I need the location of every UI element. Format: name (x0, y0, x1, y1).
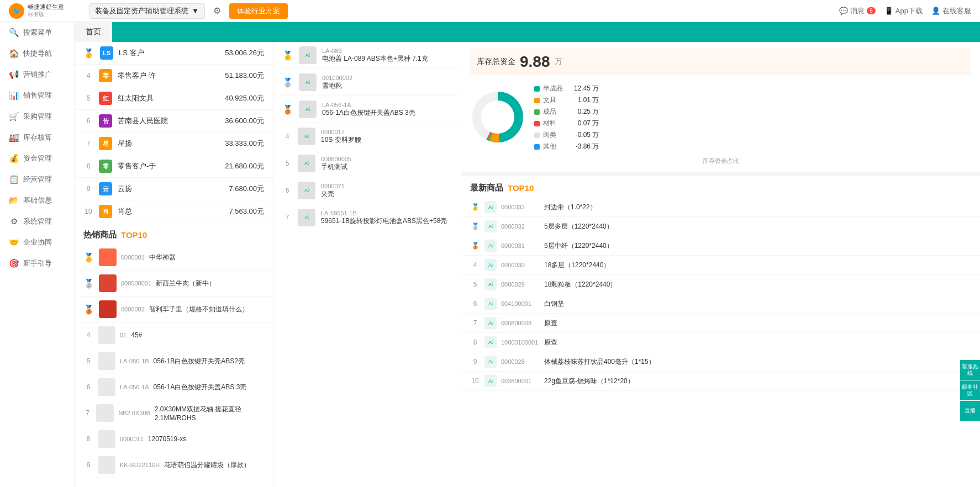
sidebar-item-collab[interactable]: 🤝 企业协同 (0, 232, 74, 253)
rank-number: 10 (83, 208, 93, 215)
sidebar-item-inventory[interactable]: 🏭 库存核算 (0, 127, 74, 148)
list-item: 🥇 0000001 中华神器 (75, 245, 273, 271)
product-code: 000500001 (121, 280, 151, 287)
new-products-title: 最新商品 TOP10 (461, 176, 980, 198)
collab-icon: 🤝 (9, 237, 19, 247)
table-row: 6 苦 苦南县人民医院 36,600.00元 (75, 110, 273, 133)
product-name: 12070519-xs (148, 435, 186, 443)
product-thumbnail: Ai (299, 100, 317, 118)
sidebar-label-guide: 新手引导 (23, 258, 52, 268)
rank-number: 10 (470, 377, 480, 385)
sidebar-item-nav[interactable]: 🏠 快捷导航 (0, 43, 74, 64)
avatar: 红 (99, 92, 112, 105)
customer-amount: 7,680.00元 (229, 184, 264, 194)
avatar: 零 (99, 160, 112, 173)
sidebar-item-search[interactable]: 🔍 搜索菜单 (0, 22, 74, 43)
rank-number: 8 (470, 338, 480, 346)
list-item: 7 NB2.0X30B 2.0X30MM双搓花轴.搓花直径2.1MM/ROHS (75, 400, 273, 426)
product-code: 0000011 (120, 436, 144, 442)
product-thumbnail (98, 326, 115, 344)
rank-number: 8 (83, 162, 93, 170)
legend-dot (534, 109, 540, 115)
customer-list-scroll[interactable]: 🥇 LS LS 客户 53,006.26元 4 零 零售客户-许 51,183.… (75, 42, 273, 487)
avatar: 苦 (99, 114, 112, 128)
product-code: LA-056-1A (322, 102, 452, 108)
sidebar-item-sales[interactable]: 📊 销售管理 (0, 85, 74, 106)
top-products-scroll[interactable]: 🥇 Ai LA-089 电池盖 LA-089 ABS本色+黑种 7.1克 🥈 A… (273, 42, 461, 487)
legend-dot (534, 86, 540, 92)
product-thumbnail: Ai (484, 201, 497, 213)
list-item: 🥈 000500001 新西兰牛肉（新牛） (75, 271, 273, 297)
sidebar-label-marketing: 营销推广 (23, 70, 52, 80)
product-thumbnail: Ai (484, 278, 497, 290)
sidebar-item-marketing[interactable]: 📢 营销推广 (0, 64, 74, 85)
inventory-card: 库存总资金 9.88 万 (461, 42, 980, 172)
basic-info-icon: 📂 (9, 195, 19, 205)
product-thumbnail: Ai (484, 375, 497, 387)
system-selector[interactable]: 装备及固定资产辅助管理系统 ▼ (89, 3, 205, 19)
rank-number: 7 (83, 140, 93, 147)
rank-number: 5 (282, 160, 292, 167)
sidebar-label-collab: 企业协同 (23, 237, 52, 247)
product-code: 003800001 (501, 378, 540, 384)
product-thumbnail: Ai (484, 240, 497, 252)
customer-service-button[interactable]: 客服热线 (960, 360, 980, 380)
sidebar-label-basic: 基础信息 (23, 195, 52, 205)
sidebar-item-purchase[interactable]: 🛒 采购管理 (0, 106, 74, 127)
sidebar-item-operations[interactable]: 📋 经营管理 (0, 169, 74, 190)
avatar: 云 (99, 182, 112, 195)
logo-badge: 标准版 (28, 10, 64, 18)
product-name: 原查 (544, 319, 557, 328)
table-row: 🥇 LS LS 客户 53,006.26元 (75, 42, 273, 65)
customer-name: 红太阳文具 (118, 93, 219, 103)
avatar: 星 (99, 137, 112, 150)
rank-number: 6 (470, 300, 480, 308)
live-button[interactable]: 直播 (960, 401, 980, 421)
sidebar-item-finance[interactable]: 💰 资金管理 (0, 148, 74, 169)
logo-area: 🐦 畅捷通好生意 标准版 (9, 3, 83, 19)
product-thumbnail: Ai (299, 46, 317, 64)
product-thumbnail: Ai (299, 73, 317, 91)
guide-icon: 🎯 (9, 258, 19, 268)
product-name: 2.0X30MM双搓花轴.搓花直径2.1MM/ROHS (155, 405, 264, 422)
sidebar-item-guide[interactable]: 🎯 新手引导 (0, 253, 74, 274)
list-item: 9 KK-SD22110H 花语萌侣温分罐罐袋（厚款） (75, 452, 273, 478)
avatar: LS (100, 46, 113, 60)
medal-icon: 🥈 (83, 278, 94, 289)
product-code: 004100001 (501, 300, 540, 307)
message-action[interactable]: 💬 消息 6 (839, 6, 876, 16)
customer-amount: 7,563.00元 (229, 207, 264, 216)
sales-icon: 📊 (9, 91, 19, 100)
community-button[interactable]: 服务社区 (960, 380, 980, 400)
online-service-action[interactable]: 👤 在线客服 (931, 6, 971, 16)
list-item: 6 Ai 0000021 夹壳 (273, 177, 461, 204)
app-download-action[interactable]: 📱 App下载 (884, 6, 923, 16)
list-item: 5 Ai 000800005 手机测试 (273, 150, 461, 177)
legend-item-stationery: 文具 1.01 万 (534, 96, 599, 105)
sidebar-item-basic-info[interactable]: 📂 基础信息 (0, 190, 74, 211)
list-item: 8 Ai 10000100001 原查 (461, 333, 980, 352)
rank-number: 5 (83, 357, 93, 365)
rank-number: 6 (83, 117, 93, 125)
medal-icon: 🥇 (83, 252, 94, 263)
customer-name: 零售客户-许 (118, 71, 219, 81)
logo-icon: 🐦 (9, 3, 24, 19)
product-thumbnail (98, 378, 115, 396)
inventory-title-label: 库存总资金 (477, 57, 515, 67)
inventory-amount: 9.88 (520, 53, 550, 71)
product-name: 新西兰牛肉（新牛） (156, 279, 215, 288)
tab-home[interactable]: 首页 (75, 22, 112, 42)
sidebar-item-system[interactable]: ⚙ 系统管理 (0, 211, 74, 232)
rank-number: 5 (470, 280, 480, 288)
medal-icon: 🥉 (83, 304, 94, 315)
product-code: 001000002 (322, 75, 452, 81)
rank-number: 6 (282, 187, 292, 194)
product-code: 0000030 (501, 262, 540, 268)
trial-button[interactable]: 体验行业方案 (229, 3, 288, 19)
list-item: 9 Ai 0000028 体械荔枝味苏打饮品400毫升（1*15） (461, 352, 980, 372)
list-item: 5 Ai 0000029 18颗粒板（1220*2440） (461, 275, 980, 294)
gear-button[interactable]: ⚙ (209, 3, 225, 19)
table-row: 7 星 星扬 33,333.00元 (75, 133, 273, 155)
logo-name: 畅捷通好生意 (28, 3, 64, 10)
product-thumbnail (98, 352, 115, 370)
